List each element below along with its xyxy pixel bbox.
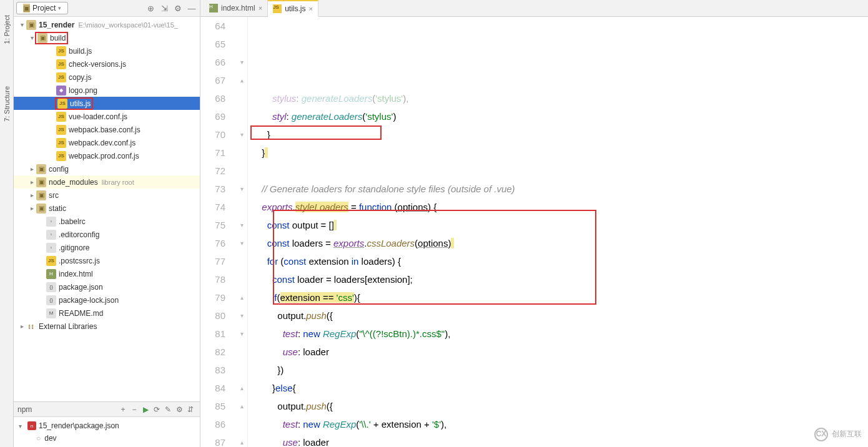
file-package-lock-json[interactable]: {}package-lock.json bbox=[14, 293, 200, 307]
code-line[interactable]: stylus: generateLoaders('stylus'), bbox=[257, 89, 868, 107]
fold-marker[interactable]: ▴ bbox=[237, 397, 247, 415]
fold-marker[interactable] bbox=[237, 415, 247, 433]
js-file-icon: JS bbox=[56, 59, 66, 69]
fold-marker[interactable] bbox=[237, 162, 247, 180]
close-icon[interactable]: × bbox=[259, 4, 262, 12]
fold-marker[interactable] bbox=[237, 361, 247, 379]
fold-marker[interactable] bbox=[237, 17, 247, 35]
file-webpack-base-conf-js[interactable]: JSwebpack.base.conf.js bbox=[14, 123, 200, 136]
editor-tab-index-html[interactable]: Hindex.html× bbox=[204, 0, 268, 16]
file-index-html[interactable]: Hindex.html bbox=[14, 267, 200, 280]
code-content[interactable]: stylus: generateLoaders('stylus'), styl:… bbox=[248, 17, 868, 447]
npm-filter-icon[interactable]: ⇵ bbox=[185, 405, 196, 414]
npm-run-icon[interactable]: ▶ bbox=[140, 405, 151, 414]
file-README-md[interactable]: MREADME.md bbox=[14, 307, 200, 320]
fold-marker[interactable]: ▾ bbox=[237, 307, 247, 325]
fold-marker[interactable] bbox=[237, 343, 247, 361]
settings-icon[interactable]: ⚙ bbox=[172, 2, 184, 14]
structure-tool-tab[interactable]: 7: Structure bbox=[2, 84, 12, 124]
fold-marker[interactable]: ▾ bbox=[237, 125, 247, 144]
code-line[interactable]: } bbox=[257, 144, 868, 162]
fold-marker[interactable]: ▴ bbox=[237, 288, 247, 307]
fold-marker[interactable] bbox=[237, 252, 247, 270]
close-icon[interactable]: × bbox=[308, 5, 312, 12]
code-line[interactable]: // Generate loaders for standalone style… bbox=[257, 180, 868, 198]
file-copy-js[interactable]: JScopy.js bbox=[14, 71, 200, 84]
fold-marker[interactable]: ▴ bbox=[237, 433, 247, 447]
fold-marker[interactable]: ▴ bbox=[237, 379, 247, 397]
editor-body[interactable]: 6465666768697071727374757677787980818283… bbox=[200, 17, 868, 447]
code-line[interactable]: } bbox=[257, 125, 868, 144]
project-panel-title[interactable]: ▣ Project ▾ bbox=[16, 2, 68, 14]
code-line[interactable]: if(extension == 'css'){ bbox=[257, 288, 868, 307]
folder-config[interactable]: ▸▣config bbox=[14, 162, 200, 175]
file--gitignore[interactable]: ▫.gitignore bbox=[14, 241, 200, 254]
fold-marker[interactable] bbox=[237, 270, 247, 288]
fold-marker[interactable]: ▾ bbox=[237, 180, 247, 198]
file-webpack-dev-conf-js[interactable]: JSwebpack.dev.conf.js bbox=[14, 136, 200, 149]
code-line[interactable]: const output = [] bbox=[257, 216, 868, 234]
code-line[interactable]: use: loader bbox=[257, 433, 868, 447]
file--postcssrc-js[interactable]: JS.postcssrc.js bbox=[14, 254, 200, 267]
code-line[interactable]: }else{ bbox=[257, 379, 868, 397]
npm-edit-icon[interactable]: ✎ bbox=[162, 405, 174, 414]
folder-node_modules[interactable]: ▸▣node_moduleslibrary root bbox=[14, 175, 200, 189]
npm-remove-icon[interactable]: − bbox=[129, 405, 140, 414]
file-vue-loader-conf-js[interactable]: JSvue-loader.conf.js bbox=[14, 110, 200, 123]
fold-marker[interactable]: ▾ bbox=[237, 325, 247, 343]
file-package-json[interactable]: {}package.json bbox=[14, 280, 200, 293]
code-line[interactable]: output.push({ bbox=[257, 307, 868, 325]
external-libraries[interactable]: ▸⫿⫿External Libraries bbox=[14, 320, 200, 333]
npm-refresh-icon[interactable]: ⟳ bbox=[151, 405, 162, 414]
fold-marker[interactable] bbox=[237, 89, 247, 107]
file--babelrc[interactable]: ▫.babelrc bbox=[14, 215, 200, 228]
code-line[interactable]: for (const extension in loaders) { bbox=[257, 252, 868, 270]
code-line[interactable]: exports.styleLoaders = function (options… bbox=[257, 198, 868, 216]
file-logo-png[interactable]: ◆logo.png bbox=[14, 84, 200, 97]
file-check-versions-js[interactable]: JScheck-versions.js bbox=[14, 57, 200, 71]
code-line[interactable]: test: new RegExp('\\.' + extension + '$'… bbox=[257, 415, 868, 433]
line-number: 65 bbox=[200, 35, 225, 53]
chevron-right-icon: ▸ bbox=[27, 205, 36, 212]
npm-script-row[interactable]: ○ dev bbox=[14, 432, 200, 445]
code-line[interactable]: }) bbox=[257, 361, 868, 379]
project-root[interactable]: ▾▣15_renderE:\miaov_workspace\01-vue\15_ bbox=[14, 18, 200, 31]
fold-marker[interactable]: ▾ bbox=[237, 216, 247, 234]
code-line[interactable] bbox=[257, 162, 868, 180]
npm-add-icon[interactable]: + bbox=[117, 405, 129, 414]
code-line[interactable]: use: loader bbox=[257, 343, 868, 361]
fold-marker[interactable]: ▴ bbox=[237, 71, 247, 89]
code-line[interactable]: styl: generateLoaders('stylus') bbox=[257, 107, 868, 125]
code-line[interactable]: const loaders = exports.cssLoaders(optio… bbox=[257, 234, 868, 252]
code-line[interactable]: output.push({ bbox=[257, 397, 868, 415]
hide-icon[interactable]: — bbox=[186, 2, 197, 14]
fold-marker[interactable] bbox=[237, 35, 247, 53]
fold-marker[interactable] bbox=[237, 144, 247, 162]
folder-src[interactable]: ▸▣src bbox=[14, 189, 200, 202]
npm-settings-icon[interactable]: ⚙ bbox=[174, 405, 185, 414]
js-file-icon: JS bbox=[56, 138, 66, 148]
fold-marker[interactable] bbox=[237, 198, 247, 216]
folder-static[interactable]: ▸▣static bbox=[14, 202, 200, 215]
left-tool-rail: 1: Project 7: Structure bbox=[0, 0, 14, 447]
fold-marker[interactable]: ▾ bbox=[237, 53, 247, 71]
file-webpack-prod-conf-js[interactable]: JSwebpack.prod.conf.js bbox=[14, 149, 200, 162]
code-line[interactable]: test: new RegExp("\^((?!scBtn).)*.css$")… bbox=[257, 325, 868, 343]
folder-build[interactable]: ▾▣build bbox=[14, 31, 200, 44]
project-tree[interactable]: ▾▣15_renderE:\miaov_workspace\01-vue\15_… bbox=[14, 17, 200, 401]
library-icon: ⫿⫿ bbox=[26, 322, 36, 332]
tree-item-label: External Libraries bbox=[39, 322, 97, 331]
fold-marker[interactable] bbox=[237, 107, 247, 125]
npm-package-row[interactable]: ▾ n 15_render\package.json bbox=[14, 420, 200, 432]
file-utils-js[interactable]: JSutils.js bbox=[14, 97, 200, 110]
file--editorconfig[interactable]: ▫.editorconfig bbox=[14, 228, 200, 241]
file-build-js[interactable]: JSbuild.js bbox=[14, 44, 200, 57]
npm-panel-header: npm + − ▶ ⟳ ✎ ⚙ ⇵ bbox=[14, 402, 200, 417]
collapse-icon[interactable]: ⇲ bbox=[159, 2, 170, 14]
target-icon[interactable]: ⊕ bbox=[145, 2, 156, 14]
fold-marker[interactable]: ▾ bbox=[237, 234, 247, 252]
code-line[interactable]: const loader = loaders[extension]; bbox=[257, 270, 868, 288]
project-tool-tab[interactable]: 1: Project bbox=[2, 12, 12, 46]
editor-tab-utils-js[interactable]: JSutils.js× bbox=[268, 0, 318, 17]
tree-item-label: .babelrc bbox=[59, 217, 86, 226]
